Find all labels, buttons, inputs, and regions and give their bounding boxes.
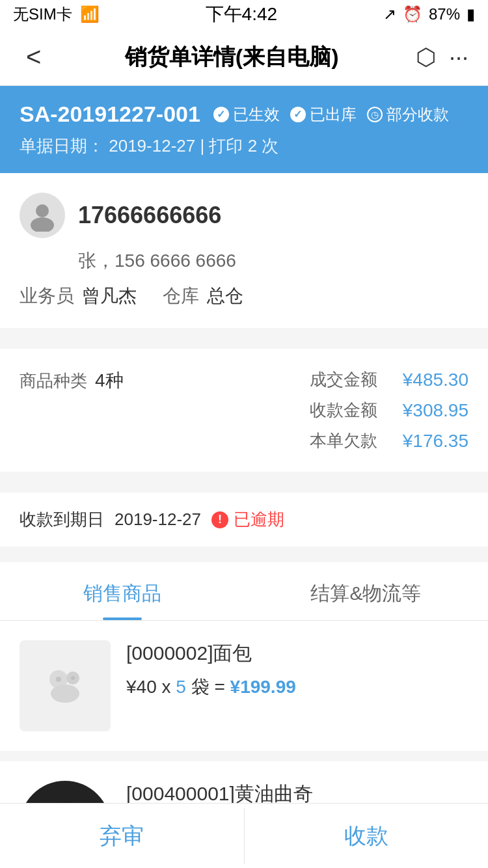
overdue-text: 已逾期 xyxy=(234,508,284,531)
product-unit-1: 袋 xyxy=(191,677,210,697)
product-unit-price-1: ¥40 xyxy=(126,677,157,697)
order-header: SA-20191227-001 ✓ 已生效 ✓ 已出库 ◷ 部分收款 单据日期：… xyxy=(0,86,488,173)
debt-value: ¥176.35 xyxy=(390,431,468,452)
product-image-1 xyxy=(20,640,111,731)
product-total-1: ¥199.99 xyxy=(230,677,296,697)
sales-name: 曾凡杰 xyxy=(82,284,137,308)
customer-section: 17666666666 张，156 6666 6666 业务员 曾凡杰 仓库 总… xyxy=(0,173,488,328)
badge-effective-label: 已生效 xyxy=(233,104,280,125)
status-bar-right: ↗ ⏰ 87% ▮ xyxy=(383,5,475,23)
status-bar-left: 无SIM卡 📶 xyxy=(13,4,100,25)
order-id-row: SA-20191227-001 ✓ 已生效 ✓ 已出库 ◷ 部分收款 xyxy=(20,102,468,127)
order-id: SA-20191227-001 xyxy=(20,102,200,127)
debt-row: 本单欠款 ¥176.35 xyxy=(310,429,468,452)
status-bar-time: 下午4:42 xyxy=(206,2,278,27)
collected-value: ¥308.95 xyxy=(390,400,468,421)
badge-partial: ◷ 部分收款 xyxy=(367,104,449,125)
badge-partial-label: 部分收款 xyxy=(386,104,449,125)
tabs-section: 销售商品 结算&物流等 xyxy=(0,562,488,621)
due-section: 收款到期日 2019-12-27 ! 已逾期 xyxy=(0,493,488,547)
battery-icon: ▮ xyxy=(467,5,475,23)
collected-row: 收款金额 ¥308.95 xyxy=(310,399,468,422)
sales-meta: 业务员 曾凡杰 xyxy=(20,284,137,308)
customer-phone: 17666666666 xyxy=(78,202,221,229)
due-date: 2019-12-27 xyxy=(115,509,201,530)
tab-settlement-label: 结算&物流等 xyxy=(310,582,421,604)
tab-sales-label: 销售商品 xyxy=(83,582,161,604)
sales-label: 业务员 xyxy=(20,284,74,308)
stats-section: 商品种类 4种 成交金额 ¥485.30 收款金额 ¥308.95 本单欠款 ¥… xyxy=(0,349,488,472)
cancel-review-button[interactable]: 弃审 xyxy=(0,808,245,864)
overdue-badge: ! 已逾期 xyxy=(211,508,284,531)
battery-label: 87% xyxy=(429,5,460,23)
svg-point-6 xyxy=(71,676,75,680)
customer-name: 张，156 6666 6666 xyxy=(20,249,468,273)
overdue-icon: ! xyxy=(211,511,228,528)
stats-right: 成交金额 ¥485.30 收款金额 ¥308.95 本单欠款 ¥176.35 xyxy=(310,368,468,452)
collect-payment-button[interactable]: 收款 xyxy=(245,808,489,864)
collected-label: 收款金额 xyxy=(310,399,377,422)
tabs-row: 销售商品 结算&物流等 xyxy=(0,562,488,620)
svg-point-5 xyxy=(56,677,61,682)
tab-sales-products[interactable]: 销售商品 xyxy=(0,562,244,620)
order-date-label: 单据日期： xyxy=(20,136,104,156)
warehouse-name: 总仓 xyxy=(207,284,243,308)
due-label: 收款到期日 xyxy=(20,508,104,531)
badge-effective: ✓ 已生效 xyxy=(213,104,280,125)
svg-point-0 xyxy=(36,204,49,217)
badge-shipped-label: 已出库 xyxy=(310,104,357,125)
amount-label: 成交金额 xyxy=(310,368,377,391)
check-icon-2: ✓ xyxy=(290,107,306,122)
wifi-icon: 📶 xyxy=(80,5,100,23)
category-label: 商品种类 xyxy=(20,370,87,392)
stats-grid: 商品种类 4种 成交金额 ¥485.30 收款金额 ¥308.95 本单欠款 ¥… xyxy=(20,368,468,452)
status-bar: 无SIM卡 📶 下午4:42 ↗ ⏰ 87% ▮ xyxy=(0,0,488,29)
divider-3 xyxy=(0,552,488,562)
badge-shipped: ✓ 已出库 xyxy=(290,104,357,125)
status-badges: ✓ 已生效 ✓ 已出库 ◷ 部分收款 xyxy=(213,104,449,125)
avatar xyxy=(20,193,65,238)
carrier-label: 无SIM卡 xyxy=(13,4,72,25)
svg-point-4 xyxy=(51,685,79,703)
order-date-row: 单据日期： 2019-12-27 | 打印 2 次 xyxy=(20,135,468,157)
bottom-bar: 弃审 收款 xyxy=(0,803,488,868)
debt-label: 本单欠款 xyxy=(310,429,377,452)
location-icon: ↗ xyxy=(383,5,396,23)
more-icon[interactable]: ··· xyxy=(449,44,468,71)
product-qty-1: 5 xyxy=(176,677,186,697)
share-icon[interactable]: ⬡ xyxy=(416,44,436,71)
product-info-1: [0000002]面包 ¥40 x 5 袋 = ¥199.99 xyxy=(126,640,468,699)
check-icon-1: ✓ xyxy=(213,107,229,122)
clock-icon: ◷ xyxy=(367,107,383,122)
product-eq-1: = xyxy=(214,677,230,697)
product-name-1: [0000002]面包 xyxy=(126,640,468,667)
customer-meta: 业务员 曾凡杰 仓库 总仓 xyxy=(20,284,468,308)
product-price-1: ¥40 x 5 袋 = ¥199.99 xyxy=(126,675,468,699)
warehouse-meta: 仓库 总仓 xyxy=(163,284,243,308)
amount-row: 成交金额 ¥485.30 xyxy=(310,368,468,391)
alarm-icon: ⏰ xyxy=(403,5,422,23)
product-multiply-1: x xyxy=(162,677,176,697)
customer-row: 17666666666 xyxy=(20,193,468,238)
warehouse-label: 仓库 xyxy=(163,284,199,308)
divider-2 xyxy=(0,482,488,493)
page-title: 销货单详情(来自电脑) xyxy=(125,42,339,72)
nav-bar: < 销货单详情(来自电脑) ⬡ ··· xyxy=(0,29,488,86)
back-button[interactable]: < xyxy=(20,36,47,78)
divider-1 xyxy=(0,338,488,349)
order-date-value: 2019-12-27 xyxy=(109,136,195,156)
tab-settlement[interactable]: 结算&物流等 xyxy=(244,562,488,620)
category-value: 4种 xyxy=(95,368,124,393)
amount-value: ¥485.30 xyxy=(390,370,468,390)
nav-actions: ⬡ ··· xyxy=(416,44,468,71)
stats-left: 商品种类 4种 xyxy=(20,368,124,393)
product-item: [0000002]面包 ¥40 x 5 袋 = ¥199.99 xyxy=(0,621,488,751)
order-print-info: | 打印 2 次 xyxy=(200,136,278,156)
svg-point-1 xyxy=(31,217,54,232)
